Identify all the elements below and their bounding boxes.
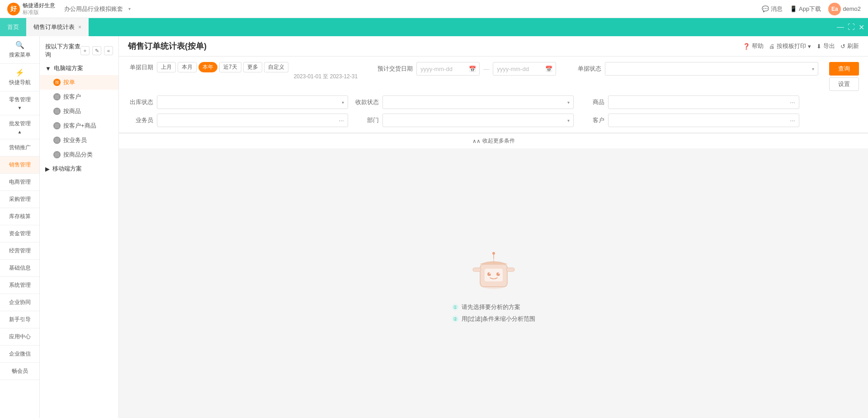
salesperson-label: 业务员	[128, 116, 153, 124]
app-dropdown-icon[interactable]: ▾	[128, 6, 131, 11]
sidebar-item-wechat[interactable]: 企业微信	[0, 346, 39, 363]
scheme-item-customer[interactable]: 按客户	[40, 90, 118, 104]
empty-illustration	[467, 242, 521, 296]
tab-sales-order[interactable]: 销售订单统计表 ×	[26, 18, 89, 36]
delivery-status-select[interactable]: ▾	[157, 95, 348, 109]
svg-rect-3	[55, 138, 59, 142]
svg-rect-0	[55, 95, 59, 99]
scheme-item-order[interactable]: 按 按单	[40, 75, 118, 90]
svg-rect-4	[55, 152, 59, 157]
tip-num-2: ②	[452, 315, 459, 323]
edit-scheme-btn[interactable]: ✎	[92, 46, 101, 55]
help-icon: ❓	[743, 43, 750, 50]
sidebar-item-apps[interactable]: 应用中心	[0, 328, 39, 346]
scheme-group-pc-title[interactable]: ▼ 电脑端方案	[40, 62, 118, 75]
scheme-item-category[interactable]: 按商品分类	[40, 147, 118, 162]
sidebar-item-quicknav[interactable]: ⚡ 快捷导航	[0, 64, 39, 91]
scheme-item-salesperson[interactable]: 按业务员	[40, 133, 118, 147]
empty-icon	[467, 242, 521, 296]
tab-home[interactable]: 首页	[0, 18, 26, 36]
right-main: 销售订单统计表(按单) ❓ 帮助 🖨 按模板打印 ▾ ⬇ 导出	[119, 36, 868, 418]
empty-tips: ① 请先选择要分析的方案 ② 用[过滤]条件来缩小分析范围	[452, 301, 535, 325]
sidebar-item-inventory[interactable]: 库存核算	[0, 208, 39, 225]
sidebar-item-enterprise[interactable]: 企业协同	[0, 294, 39, 311]
scheme-goods-icon	[53, 108, 61, 115]
maximize-icon[interactable]: ⛶	[848, 23, 855, 31]
add-scheme-btn[interactable]: +	[80, 46, 90, 55]
scheme-group-pc: ▼ 电脑端方案 按 按单 按客户 按商品	[40, 62, 118, 162]
collapse-bar[interactable]: ∧∧ 收起更多条件	[119, 133, 868, 148]
svg-rect-17	[506, 268, 514, 271]
query-btn[interactable]: 查询	[829, 62, 859, 76]
customer-label: 客户	[579, 116, 604, 124]
print-dropdown-icon: ▾	[808, 43, 811, 50]
sidebar-item-basic[interactable]: 基础信息	[0, 260, 39, 277]
empty-tip-1: ① 请先选择要分析的方案	[452, 301, 535, 313]
date-separator: —	[483, 66, 489, 72]
sidebar-item-member[interactable]: 畅会员	[0, 363, 39, 380]
close-window-icon[interactable]: ✕	[859, 23, 864, 32]
scheme-item-goods[interactable]: 按商品	[40, 104, 118, 119]
btn-last-month[interactable]: 上月	[157, 62, 176, 72]
print-icon: 🖨	[769, 43, 775, 50]
sidebar-item-system[interactable]: 系统管理	[0, 277, 39, 294]
sidebar-item-purchase[interactable]: 采购管理	[0, 191, 39, 208]
logo-icon: 好	[7, 3, 20, 15]
sidebar: 🔍 搜索菜单 ⚡ 快捷导航 零售管理 ▼ 批发管理 ▲ 营销推广 销售管理 电商…	[0, 36, 40, 418]
avatar: Ea	[828, 3, 841, 15]
sidebar-item-search[interactable]: 🔍 搜索菜单	[0, 36, 39, 64]
settings-btn[interactable]: 设置	[829, 77, 859, 91]
svg-point-13	[498, 273, 500, 274]
date-label: 单据日期	[128, 63, 153, 71]
scheme-item-customer-goods[interactable]: 按客户+商品	[40, 119, 118, 133]
top-bar-left: 好 畅捷通好生意 标准版 办公用品行业模拟账套 ▾	[7, 2, 131, 15]
export-btn[interactable]: ⬇ 导出	[816, 42, 835, 50]
sidebar-item-retail[interactable]: 零售管理 ▼	[0, 91, 39, 115]
btn-this-year[interactable]: 本年	[198, 62, 217, 72]
messages-btn[interactable]: 💬 消息	[762, 5, 783, 13]
sidebar-item-sales[interactable]: 销售管理	[0, 157, 39, 174]
wholesale-expand-icon: ▲	[18, 129, 22, 134]
scheme-customer-icon	[53, 93, 61, 100]
page-header: 销售订单统计表(按单) ❓ 帮助 🖨 按模板打印 ▾ ⬇ 导出	[119, 36, 868, 57]
refresh-btn[interactable]: ↺ 刷新	[840, 42, 859, 50]
date-range-display: 2023-01-01 至 2023-12-31	[294, 73, 358, 81]
tab-close-icon[interactable]: ×	[78, 24, 81, 30]
svg-rect-9	[485, 269, 503, 281]
goods-dots-icon: ···	[790, 99, 795, 106]
logo-text: 畅捷通好生意 标准版	[23, 2, 55, 15]
goods-select[interactable]: ···	[608, 95, 799, 109]
user-avatar-area[interactable]: Ea demo2	[828, 3, 861, 15]
sidebar-item-wholesale[interactable]: 批发管理 ▲	[0, 115, 39, 139]
template-print-btn[interactable]: 🖨 按模板打印 ▾	[769, 42, 811, 50]
sidebar-item-guide[interactable]: 新手引导	[0, 311, 39, 328]
header-actions: ❓ 帮助 🖨 按模板打印 ▾ ⬇ 导出 ↺ 刷新	[743, 42, 859, 50]
expected-date-label: 预计交货日期	[377, 65, 413, 73]
left-panel: 按以下方案查询 + ✎ « ▼ 电脑端方案 按 按单	[40, 36, 119, 418]
btn-this-month[interactable]: 本月	[178, 62, 197, 72]
btn-last-7[interactable]: 近7天	[219, 62, 241, 72]
sidebar-item-marketing[interactable]: 营销推广	[0, 139, 39, 157]
sidebar-item-operation[interactable]: 经营管理	[0, 242, 39, 260]
customer-select[interactable]: ···	[608, 114, 799, 127]
empty-tip-2: ② 用[过滤]条件来缩小分析范围	[452, 313, 535, 325]
btn-custom[interactable]: 自定义	[264, 62, 288, 72]
collapse-panel-btn[interactable]: «	[104, 46, 113, 55]
payment-status-select[interactable]: ▾	[382, 95, 574, 109]
department-select[interactable]: ▾	[382, 114, 574, 127]
scheme-category-icon	[53, 151, 61, 158]
salesperson-select[interactable]: ···	[157, 114, 348, 127]
status-select[interactable]: ▾	[605, 62, 818, 76]
scheme-group-mobile-title[interactable]: ▶ 移动端方案	[40, 162, 118, 176]
refresh-icon: ↺	[840, 43, 845, 50]
app-download-btn[interactable]: 📱 App下载	[790, 5, 821, 13]
date-quick-btns: 上月 本月 本年 近7天 更多 自定义	[157, 62, 288, 72]
content-area: 按以下方案查询 + ✎ « ▼ 电脑端方案 按 按单	[40, 36, 868, 418]
help-btn[interactable]: ❓ 帮助	[743, 42, 764, 50]
minimize-icon[interactable]: —	[837, 23, 844, 31]
group-expand-icon: ▼	[45, 65, 51, 72]
btn-more[interactable]: 更多	[243, 62, 262, 72]
sidebar-item-ecommerce[interactable]: 电商管理	[0, 174, 39, 191]
sidebar-item-finance[interactable]: 资金管理	[0, 225, 39, 242]
status-label: 单据状态	[576, 65, 601, 73]
